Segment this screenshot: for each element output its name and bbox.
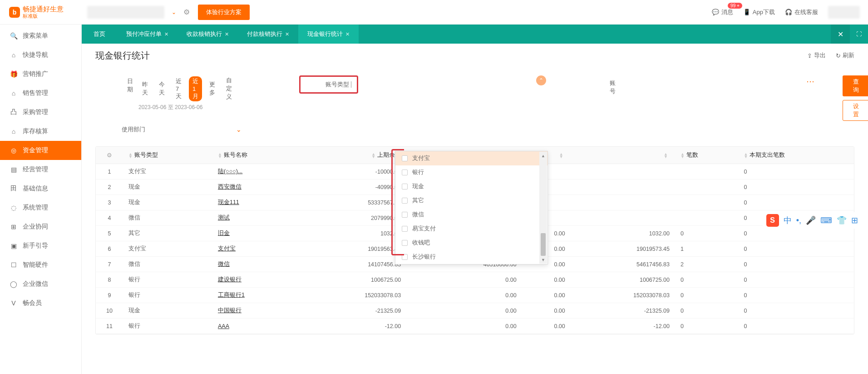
date-option-2[interactable]: 近7天 <box>172 76 185 101</box>
dropdown-option-5[interactable]: 易宝支付 <box>395 222 547 236</box>
sort-icon[interactable]: ▲▼ <box>664 153 668 158</box>
date-option-1[interactable]: 今天 <box>155 80 168 98</box>
ime-toolbox-icon[interactable]: ⊞ <box>851 215 858 225</box>
sidebar-item-7[interactable]: ▤经营管理 <box>0 160 81 179</box>
checkbox[interactable] <box>402 254 408 260</box>
tab-home[interactable]: 首页 <box>82 25 117 44</box>
sidebar-item-14[interactable]: V畅会员 <box>0 294 81 313</box>
account-link[interactable]: 微信 <box>218 261 230 267</box>
account-link[interactable]: 测试 <box>218 214 230 221</box>
sidebar-item-6[interactable]: ◎资金管理 <box>0 141 81 160</box>
dropdown-option-4[interactable]: 微信 <box>395 208 547 222</box>
sidebar-item-9[interactable]: ◌系统管理 <box>0 198 81 217</box>
column-header-6[interactable]: ▲▼笔数 <box>675 147 738 164</box>
sort-icon[interactable]: ▲▼ <box>681 153 685 158</box>
refresh-button[interactable]: ↻刷新 <box>836 51 854 60</box>
query-button[interactable]: 查询 <box>843 75 868 96</box>
close-icon[interactable]: ✕ <box>345 31 350 37</box>
checkbox[interactable] <box>402 212 408 218</box>
date-option-4[interactable]: 更多 <box>206 80 219 98</box>
ime-keyboard-icon[interactable]: ⌨ <box>820 215 832 225</box>
settings-button[interactable]: 设置 <box>843 100 868 121</box>
dropdown-option-6[interactable]: 收钱吧 <box>395 236 547 250</box>
ime-mic-icon[interactable]: 🎤 <box>806 215 816 225</box>
close-icon[interactable]: ✕ <box>285 31 289 37</box>
cta-button[interactable]: 体验行业方案 <box>198 5 250 20</box>
sidebar-item-10[interactable]: ⊞企业协同 <box>0 217 81 236</box>
scroll-thumb[interactable] <box>541 233 546 256</box>
sidebar-item-8[interactable]: 田基础信息 <box>0 179 81 198</box>
chevron-down-icon[interactable]: ⌄ <box>236 126 242 133</box>
tab-2[interactable]: 付款核销执行✕ <box>238 25 298 44</box>
account-type-input[interactable]: 账号类型 <box>299 75 358 94</box>
account-link[interactable]: 工商银行1 <box>218 292 245 298</box>
account-link[interactable]: 现金111 <box>218 199 239 205</box>
sort-icon[interactable]: ▲▼ <box>744 153 748 158</box>
close-icon[interactable]: ✕ <box>164 31 168 37</box>
dropdown-option-1[interactable]: 银行 <box>395 165 547 180</box>
account-link[interactable]: 建设银行 <box>218 276 242 283</box>
account-link[interactable]: 支付宝 <box>218 245 236 252</box>
ime-mode[interactable]: 中 <box>784 215 792 226</box>
date-option-0[interactable]: 昨天 <box>138 80 152 98</box>
sidebar-item-0[interactable]: 🔍搜索菜单 <box>0 26 81 45</box>
account-link[interactable]: 陆(○○○)... <box>218 168 242 175</box>
date-option-3[interactable]: 近1月 <box>189 76 202 101</box>
dropdown-option-3[interactable]: 其它 <box>395 194 547 208</box>
sidebar-item-5[interactable]: ⌂库存核算 <box>0 122 81 141</box>
checkbox[interactable] <box>402 240 408 246</box>
app-download-link[interactable]: 📱 App下载 <box>743 8 775 16</box>
account-link[interactable]: AAA <box>218 323 229 329</box>
column-header-1[interactable]: ▲▼账号名称 <box>212 147 302 164</box>
checkbox[interactable] <box>402 155 408 161</box>
ime-logo-icon[interactable]: S <box>766 214 779 227</box>
account-link[interactable]: 旧金 <box>218 230 230 236</box>
sort-icon[interactable]: ▲▼ <box>559 153 563 158</box>
ime-punct-icon[interactable]: •, <box>796 216 801 225</box>
column-header-5[interactable]: ▲▼ <box>571 147 675 164</box>
sidebar-item-13[interactable]: ◯企业微信 <box>0 274 81 294</box>
gear-icon[interactable]: ⚙ <box>183 8 190 16</box>
column-header-7[interactable]: ▲▼本期支出笔数 <box>738 147 854 164</box>
scrollbar[interactable]: ▲▼ <box>539 152 547 264</box>
expand-icon[interactable]: ⛶ <box>850 25 868 44</box>
sidebar-item-12[interactable]: ☐智能硬件 <box>0 255 81 274</box>
support-link[interactable]: 🎧 在线客服 <box>785 8 818 16</box>
more-icon[interactable]: ⋯ <box>806 75 814 86</box>
scroll-down-icon[interactable]: ▼ <box>539 256 547 264</box>
date-option-5[interactable]: 自定义 <box>222 75 236 102</box>
checkbox[interactable] <box>402 170 408 175</box>
avatar[interactable] <box>828 6 860 19</box>
org-switcher[interactable] <box>87 6 164 19</box>
sidebar-item-3[interactable]: ⌂销售管理 <box>0 84 81 103</box>
close-icon[interactable]: ✕ <box>225 31 229 37</box>
sort-icon[interactable]: ▲▼ <box>371 153 375 158</box>
checkbox[interactable] <box>402 184 408 189</box>
column-header-2[interactable]: ▲▼上期余额 <box>302 147 406 164</box>
sidebar-item-1[interactable]: ⌂快捷导航 <box>0 45 81 65</box>
column-header-0[interactable]: ▲▼账号类型 <box>123 147 212 164</box>
dropdown-option-0[interactable]: 支付宝 <box>395 151 547 165</box>
dropdown-option-2[interactable]: 现金 <box>395 180 547 194</box>
export-button[interactable]: ⇪导出 <box>807 51 826 60</box>
sidebar-item-4[interactable]: 凸采购管理 <box>0 103 81 122</box>
table-settings-icon[interactable]: ⚙ <box>96 147 123 164</box>
dropdown-option-7[interactable]: 长沙银行 <box>395 250 547 264</box>
collapse-icon[interactable]: ⌃ <box>536 75 546 85</box>
sort-icon[interactable]: ▲▼ <box>128 153 133 158</box>
scroll-up-icon[interactable]: ▲ <box>539 152 547 160</box>
sidebar-item-2[interactable]: 🎁营销推广 <box>0 65 81 84</box>
checkbox[interactable] <box>402 226 408 232</box>
account-link[interactable]: 中国银行 <box>218 307 242 314</box>
messages-link[interactable]: 💬 消息 99 + <box>712 8 733 16</box>
ime-skin-icon[interactable]: 👕 <box>837 215 847 225</box>
chevron-down-icon[interactable]: ⌄ <box>172 9 176 15</box>
account-link[interactable]: 西安微信 <box>218 184 242 190</box>
tab-1[interactable]: 收款核销执行✕ <box>178 25 238 44</box>
sidebar-item-11[interactable]: ▣新手引导 <box>0 236 81 255</box>
checkbox[interactable] <box>402 198 408 204</box>
tab-close-all[interactable]: ✕ <box>831 25 850 44</box>
sort-icon[interactable]: ▲▼ <box>218 153 222 158</box>
tab-3[interactable]: 现金银行统计✕ <box>298 25 359 44</box>
tab-0[interactable]: 预付冲应付单✕ <box>117 25 178 44</box>
